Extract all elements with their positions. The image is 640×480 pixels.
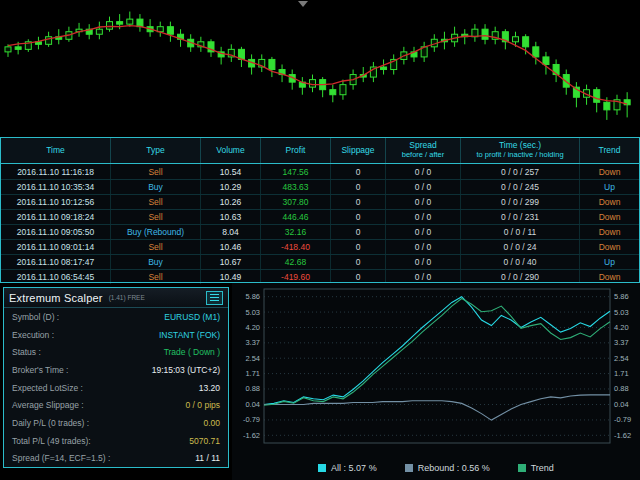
legend-swatch-icon <box>518 464 526 472</box>
cell-spread: 0 / 0 <box>386 255 461 269</box>
column-header-label: Volume <box>216 146 244 156</box>
cell-profit: 32.16 <box>261 225 331 239</box>
cell-trend: Down <box>580 240 639 254</box>
cell-slippage: 0 <box>331 195 386 209</box>
legend-swatch-icon <box>318 464 326 472</box>
legend-label: Rebound : 0.56 % <box>418 463 490 473</box>
svg-text:-1.62: -1.62 <box>243 431 260 440</box>
panel-row: Spread (F=14, ECF=1.5) :11 / 11 <box>4 449 228 467</box>
ea-info-panel: Extremum Scalper (1.41) FREE Symbol (D) … <box>3 287 229 468</box>
table-row: 2016.11.10 09:01:14Sell10.46-418.4000 / … <box>1 239 639 254</box>
cell-time: 2016.11.10 10:35:34 <box>1 180 111 194</box>
svg-text:2.54: 2.54 <box>614 354 629 363</box>
cell-volume: 10.29 <box>201 180 261 194</box>
panel-row-label: Broker's Time : <box>12 365 68 375</box>
price-chart[interactable] <box>0 0 640 137</box>
cell-slippage: 0 <box>331 164 386 179</box>
panel-row: Expected LotSize :13.20 <box>4 379 228 397</box>
cell-time: 2016.11.10 11:16:18 <box>1 164 111 179</box>
panel-row-value: 5070.71 <box>189 436 220 446</box>
cell-time: 2016.11.10 08:17:47 <box>1 255 111 269</box>
column-header-sublabel: before / after <box>402 151 445 160</box>
equity-chart-svg: 5.865.865.035.034.204.203.373.372.542.54… <box>232 283 640 480</box>
panel-row-value: Trade ( Down ) <box>164 347 220 357</box>
svg-text:4.20: 4.20 <box>614 323 629 332</box>
svg-text:0.88: 0.88 <box>245 384 260 393</box>
cell-type: Buy <box>111 180 201 194</box>
legend-item: All : 5.07 % <box>318 463 377 473</box>
table-header-row: TimeTypeVolumeProfitSlippageSpreadbefore… <box>1 138 639 164</box>
column-header: Type <box>111 138 201 163</box>
svg-text:0.04: 0.04 <box>245 400 260 409</box>
panel-row-value: 0.00 <box>203 418 220 428</box>
legend-swatch-icon <box>405 464 413 472</box>
cell-slippage: 0 <box>331 210 386 224</box>
panel-menu-button[interactable] <box>206 291 223 305</box>
cell-slippage: 0 <box>331 255 386 269</box>
panel-row-label: Execution : <box>12 330 54 340</box>
panel-row-value: 13.20 <box>199 383 220 393</box>
cell-trend: Up <box>580 180 639 194</box>
cell-time: 2016.11.10 06:54:45 <box>1 270 111 284</box>
cell-volume: 10.63 <box>201 210 261 224</box>
cell-type: Buy <box>111 255 201 269</box>
cell-time: 2016.11.10 09:01:14 <box>1 240 111 254</box>
cell-time: 2016.11.10 10:12:56 <box>1 195 111 209</box>
column-header-label: Type <box>146 146 164 156</box>
cell-volume: 10.54 <box>201 164 261 179</box>
cell-volume: 10.46 <box>201 240 261 254</box>
cell-spread: 0 / 0 <box>386 210 461 224</box>
cell-trend: Down <box>580 195 639 209</box>
panel-row-label: Status : <box>12 347 41 357</box>
chart-shift-marker-icon <box>298 1 308 7</box>
cell-profit: 483.63 <box>261 180 331 194</box>
table-row: 2016.11.10 06:54:45Sell10.49-419.6000 / … <box>1 269 639 284</box>
svg-text:5.03: 5.03 <box>245 308 260 317</box>
cell-time-sec: 0 / 0 / 11 <box>461 225 580 239</box>
equity-chart: 5.865.865.035.034.204.203.373.372.542.54… <box>232 283 640 480</box>
table-row: 2016.11.10 08:17:47Buy10.6742.6800 / 00 … <box>1 254 639 269</box>
cell-time-sec: 0 / 0 / 24 <box>461 240 580 254</box>
svg-text:3.37: 3.37 <box>614 338 629 347</box>
table-body: 2016.11.10 11:16:18Sell10.54147.5600 / 0… <box>1 164 639 284</box>
panel-row: Total P/L (49 trades):5070.71 <box>4 432 228 450</box>
cell-profit: -419.60 <box>261 270 331 284</box>
legend-item: Trend <box>518 463 554 473</box>
legend-label: Trend <box>531 463 554 473</box>
cell-type: Sell <box>111 270 201 284</box>
column-header-label: Slippage <box>341 146 374 156</box>
cell-trend: Down <box>580 270 639 284</box>
cell-type: Sell <box>111 164 201 179</box>
table-row: 2016.11.10 10:35:34Buy10.29483.6300 / 00… <box>1 179 639 194</box>
panel-row: Status :Trade ( Down ) <box>4 343 228 361</box>
panel-row-label: Daily P/L (0 trades) : <box>12 418 89 428</box>
column-header: Profit <box>261 138 331 163</box>
panel-row-value: EURUSD (M1) <box>164 312 220 322</box>
cell-spread: 0 / 0 <box>386 164 461 179</box>
svg-text:1.71: 1.71 <box>614 369 629 378</box>
column-header-label: Time <box>46 146 65 156</box>
column-header: Trend <box>580 138 639 163</box>
cell-trend: Down <box>580 164 639 179</box>
panel-title-bar: Extremum Scalper (1.41) FREE <box>4 288 228 308</box>
cell-trend: Down <box>580 210 639 224</box>
cell-slippage: 0 <box>331 180 386 194</box>
cell-profit: 446.46 <box>261 210 331 224</box>
svg-text:-0.79: -0.79 <box>614 415 631 424</box>
cell-trend: Up <box>580 255 639 269</box>
panel-row-label: Total P/L (49 trades): <box>12 436 91 446</box>
panel-version-label: (1.41) FREE <box>109 294 206 301</box>
svg-text:1.71: 1.71 <box>245 369 260 378</box>
cell-profit: 42.68 <box>261 255 331 269</box>
column-header-label: Trend <box>599 146 621 156</box>
cell-type: Sell <box>111 195 201 209</box>
panel-rows: Symbol (D) :EURUSD (M1)Execution :INSTAN… <box>4 308 228 467</box>
svg-text:0.88: 0.88 <box>614 384 629 393</box>
svg-text:4.20: 4.20 <box>245 323 260 332</box>
panel-row-value: INSTANT (FOK) <box>159 330 220 340</box>
cell-time-sec: 0 / 0 / 245 <box>461 180 580 194</box>
cell-trend: Down <box>580 225 639 239</box>
cell-profit: 147.56 <box>261 164 331 179</box>
cell-profit: -418.40 <box>261 240 331 254</box>
cell-spread: 0 / 0 <box>386 270 461 284</box>
